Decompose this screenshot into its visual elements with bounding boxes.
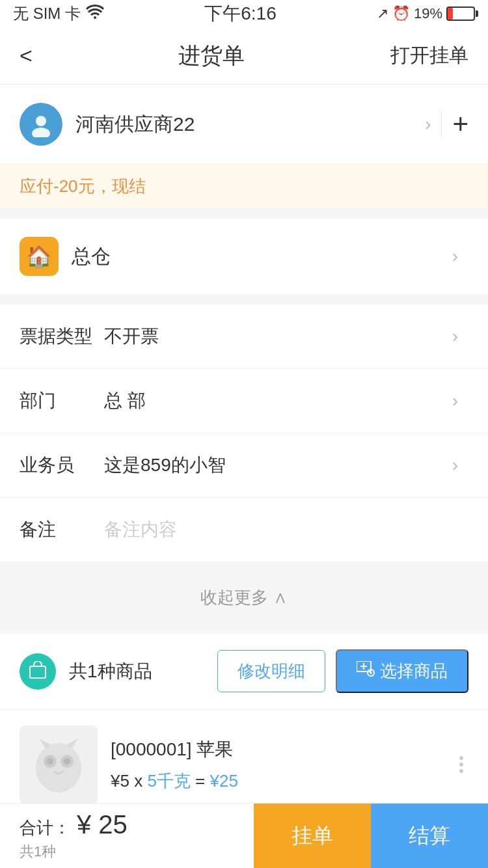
- footer-count: 共1种: [20, 842, 234, 861]
- battery-icon: [446, 7, 475, 21]
- content: 河南供应商22 › + 应付-20元，现结 🏠 总仓 › 票据类型 不开票 › …: [0, 85, 488, 868]
- status-time: 下午6:16: [204, 1, 277, 26]
- battery-percent: 19%: [414, 5, 442, 22]
- remark-label: 备注: [20, 517, 104, 542]
- warehouse-section: 🏠 总仓 ›: [0, 219, 488, 294]
- total-label: 合计：: [20, 817, 70, 839]
- salesman-label: 业务员: [20, 453, 104, 478]
- payment-notice: 应付-20元，现结: [0, 165, 488, 208]
- ticket-type-value: 不开票: [104, 324, 452, 349]
- quantity: 5千克: [147, 771, 190, 791]
- supplier-name: 河南供应商22: [75, 111, 425, 138]
- divider: [441, 111, 442, 137]
- supplier-section: 河南供应商22 › + 应付-20元，现结: [0, 85, 488, 208]
- warehouse-icon: 🏠: [20, 237, 59, 276]
- select-product-label: 选择商品: [380, 660, 448, 683]
- status-right: ↗ ⏰ 19%: [377, 5, 475, 22]
- total-value: ¥ 25: [77, 810, 128, 839]
- footer-total: 合计： ¥ 25 共1种: [0, 810, 254, 861]
- add-supplier-button[interactable]: +: [452, 109, 468, 140]
- multiply-sign: x: [134, 771, 142, 791]
- svg-point-1: [32, 128, 50, 137]
- department-value: 总 部: [104, 388, 452, 413]
- status-left: 无 SIM 卡: [13, 3, 104, 24]
- select-product-button[interactable]: 选择商品: [336, 649, 468, 693]
- department-label: 部门: [20, 388, 104, 413]
- salesman-row[interactable]: 业务员 这是859的小智 ›: [0, 433, 488, 498]
- nav-bar: < 进货单 打开挂单: [0, 27, 488, 85]
- checkout-button[interactable]: 结算: [371, 804, 488, 869]
- svg-point-5: [36, 743, 81, 793]
- remark-input[interactable]: 备注内容: [104, 517, 468, 542]
- select-product-icon: [357, 661, 375, 681]
- footer: 合计： ¥ 25 共1种 挂单 结算: [0, 803, 488, 868]
- total-row: 合计： ¥ 25: [20, 810, 234, 839]
- chevron-right-icon: ›: [452, 390, 458, 411]
- chevron-right-icon: ›: [452, 326, 458, 347]
- products-count: 共1种商品: [69, 659, 217, 684]
- svg-point-0: [36, 116, 46, 126]
- product-info: [0000001] 苹果 ¥5 x 5千克 = ¥25: [111, 737, 441, 793]
- equals-sign: =: [195, 771, 205, 791]
- product-thumbnail: [20, 726, 98, 804]
- carrier-label: 无 SIM 卡: [13, 3, 81, 24]
- products-header: 共1种商品 修改明细 选择商品: [0, 634, 488, 709]
- svg-point-8: [47, 758, 53, 765]
- status-bar: 无 SIM 卡 下午6:16 ↗ ⏰ 19%: [0, 0, 488, 27]
- pending-button[interactable]: 挂单: [254, 804, 371, 869]
- wifi-icon: [86, 5, 104, 23]
- product-name: [0000001] 苹果: [111, 737, 441, 762]
- salesman-value: 这是859的小智: [104, 453, 452, 478]
- svg-point-9: [64, 758, 70, 765]
- alarm-icon: ⏰: [392, 5, 410, 22]
- product-price: ¥5 x 5千克 = ¥25: [111, 770, 441, 793]
- remark-row[interactable]: 备注 备注内容: [0, 498, 488, 562]
- collapse-toggle[interactable]: 收起更多 ∧: [0, 572, 488, 623]
- line-total: ¥25: [210, 771, 238, 791]
- products-icon: [20, 653, 56, 690]
- chevron-right-icon: ›: [452, 246, 458, 267]
- warehouse-row[interactable]: 🏠 总仓 ›: [0, 219, 488, 294]
- department-row[interactable]: 部门 总 部 ›: [0, 369, 488, 433]
- location-icon: ↗: [377, 5, 388, 22]
- product-more-button[interactable]: [454, 751, 468, 778]
- unit-price: ¥5: [111, 771, 129, 791]
- chevron-right-icon: ›: [425, 114, 431, 135]
- chevron-right-icon: ›: [452, 455, 458, 476]
- warehouse-name: 总仓: [72, 243, 452, 270]
- supplier-avatar: [20, 103, 62, 146]
- ticket-type-label: 票据类型: [20, 324, 104, 349]
- open-pending-button[interactable]: 打开挂单: [390, 42, 468, 69]
- page-title: 进货单: [178, 41, 245, 71]
- supplier-row[interactable]: 河南供应商22 › +: [0, 85, 488, 165]
- ticket-type-row[interactable]: 票据类型 不开票 ›: [0, 305, 488, 369]
- svg-rect-2: [30, 666, 46, 678]
- form-section: 票据类型 不开票 › 部门 总 部 › 业务员 这是859的小智 › 备注 备注…: [0, 305, 488, 562]
- edit-details-button[interactable]: 修改明细: [217, 650, 325, 692]
- back-button[interactable]: <: [20, 43, 33, 68]
